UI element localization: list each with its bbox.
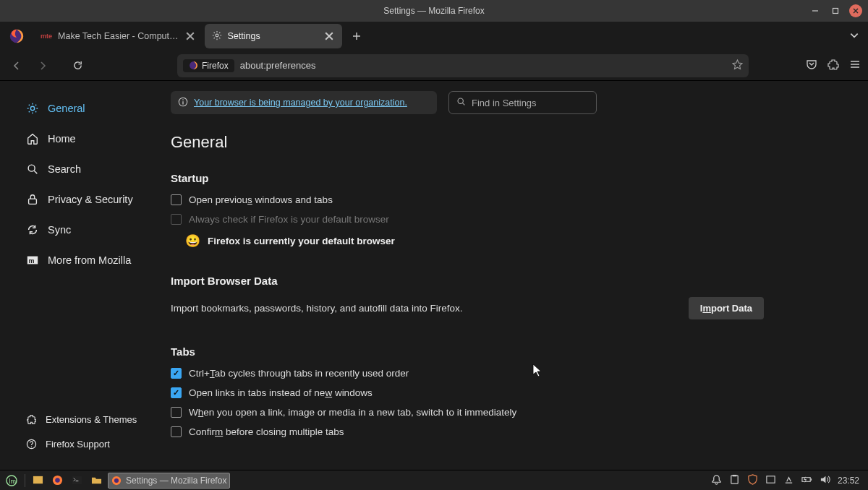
sidebar-item-more-mozilla[interactable]: m More from Mozilla: [23, 246, 153, 275]
svg-point-23: [31, 446, 32, 447]
checkbox-ctrl-tab[interactable]: Ctrl+Tab cycles through tabs in recently…: [171, 368, 851, 379]
volume-icon[interactable]: [820, 474, 830, 487]
clock[interactable]: 23:52: [838, 476, 859, 486]
settings-main: Your browser is being managed by your or…: [161, 81, 868, 470]
network-icon[interactable]: [783, 474, 794, 487]
page-title: General: [171, 133, 851, 152]
sidebar-item-support[interactable]: Firefox Support: [23, 432, 153, 455]
identity-badge[interactable]: Firefox: [183, 59, 234, 72]
tray-status-icon[interactable]: [765, 474, 776, 487]
checkbox-always-default: Always check if Firefox is your default …: [171, 214, 851, 225]
close-button[interactable]: [849, 4, 862, 17]
url-text: about:preferences: [240, 60, 316, 71]
search-placeholder: Find in Settings: [472, 98, 537, 108]
sidebar-label: Sync: [48, 224, 71, 236]
minimize-button[interactable]: [809, 4, 822, 17]
sidebar-label: Home: [48, 133, 76, 145]
svg-rect-1: [833, 9, 838, 14]
close-icon[interactable]: [323, 30, 335, 42]
battery-icon[interactable]: [801, 474, 812, 487]
checkbox-icon: [171, 407, 182, 418]
sidebar-label: Firefox Support: [46, 439, 110, 450]
gear-icon: [212, 30, 222, 43]
checkbox-switch-immediately[interactable]: When you open a link, image or media in …: [171, 407, 851, 418]
checkbox-open-previous[interactable]: Open previous windows and tabs: [171, 194, 851, 205]
svg-rect-31: [33, 476, 43, 483]
maximize-button[interactable]: [829, 4, 842, 17]
tabs-dropdown-button[interactable]: [849, 30, 859, 43]
notification-icon[interactable]: [711, 474, 722, 487]
svg-rect-38: [733, 474, 737, 476]
managed-notice-link[interactable]: Your browser is being managed by your or…: [194, 98, 407, 108]
firefox-launcher[interactable]: [49, 473, 66, 489]
checkbox-icon: [171, 194, 182, 205]
svg-rect-37: [731, 475, 738, 483]
site-icon: mte: [41, 33, 52, 40]
svg-point-17: [28, 165, 35, 171]
section-startup: Startup Open previous windows and tabs A…: [171, 172, 851, 249]
taskbar-firefox-window[interactable]: Settings — Mozilla Firefox: [108, 473, 230, 489]
section-heading: Startup: [171, 172, 851, 184]
svg-point-26: [182, 99, 184, 100]
tab-make-tech-easier[interactable]: mte Make Tech Easier - Comput…: [33, 24, 203, 48]
svg-text:lm: lm: [9, 478, 17, 485]
show-desktop-button[interactable]: [30, 473, 46, 489]
sidebar-label: Extensions & Themes: [46, 414, 137, 425]
tab-settings[interactable]: Settings: [205, 24, 342, 48]
search-settings-input[interactable]: Find in Settings: [448, 91, 597, 114]
svg-point-36: [114, 478, 119, 482]
svg-line-28: [463, 103, 465, 106]
terminal-launcher[interactable]: [69, 473, 85, 489]
svg-rect-19: [29, 199, 37, 204]
firefox-icon: [9, 28, 25, 44]
smile-icon: 😀: [185, 233, 200, 249]
files-launcher[interactable]: [88, 473, 105, 489]
extensions-icon[interactable]: [827, 59, 839, 72]
import-data-button[interactable]: Import Data: [689, 297, 764, 319]
reload-button[interactable]: [68, 56, 87, 75]
sidebar-item-privacy[interactable]: Privacy & Security: [23, 185, 153, 214]
checkbox-icon: [171, 426, 182, 437]
start-menu-button[interactable]: lm: [3, 473, 20, 489]
checkbox-open-links-tabs[interactable]: Open links in tabs instead of new window…: [171, 387, 851, 398]
menu-icon[interactable]: [849, 59, 861, 72]
tab-label: Make Tech Easier - Comput…: [58, 31, 179, 41]
settings-content: General Home Search Privacy & Security S…: [0, 81, 868, 470]
section-heading: Tabs: [171, 345, 851, 358]
import-description: Import bookmarks, passwords, history, an…: [171, 303, 462, 314]
back-button[interactable]: [7, 56, 26, 75]
svg-point-27: [458, 98, 463, 103]
sidebar-item-sync[interactable]: Sync: [23, 215, 153, 244]
svg-point-33: [55, 478, 60, 483]
tab-label: Settings: [228, 31, 260, 41]
forward-button[interactable]: [33, 56, 52, 75]
bookmark-star-icon[interactable]: [732, 59, 743, 72]
tab-strip: mte Make Tech Easier - Comput… Settings: [0, 22, 868, 51]
shield-icon[interactable]: [747, 474, 758, 487]
new-tab-button[interactable]: [346, 26, 367, 46]
pocket-icon[interactable]: [806, 59, 817, 72]
default-browser-status: 😀 Firefox is currently your default brow…: [185, 233, 851, 249]
divider: [25, 474, 25, 487]
close-icon[interactable]: [184, 30, 196, 42]
sidebar-item-search[interactable]: Search: [23, 155, 153, 184]
system-tray: 23:52: [711, 474, 865, 487]
sidebar-item-extensions[interactable]: Extensions & Themes: [23, 408, 153, 431]
sidebar-item-home[interactable]: Home: [23, 124, 153, 153]
section-import: Import Browser Data Import bookmarks, pa…: [171, 275, 851, 319]
svg-rect-39: [767, 476, 775, 482]
svg-rect-41: [811, 478, 812, 481]
sidebar-label: General: [48, 103, 85, 114]
navigation-toolbar: Firefox about:preferences: [0, 51, 868, 81]
url-bar[interactable]: Firefox about:preferences: [177, 54, 749, 77]
section-heading: Import Browser Data: [171, 275, 851, 287]
svg-point-7: [216, 34, 218, 37]
sidebar-item-general[interactable]: General: [23, 94, 153, 123]
search-icon: [456, 97, 466, 108]
section-tabs: Tabs Ctrl+Tab cycles through tabs in rec…: [171, 345, 851, 437]
svg-text:m: m: [29, 257, 35, 265]
clipboard-icon[interactable]: [729, 474, 740, 487]
managed-notice: Your browser is being managed by your or…: [171, 91, 437, 114]
toolbar-right-icons: [806, 59, 861, 72]
checkbox-confirm-close[interactable]: Confirm before closing multiple tabs: [171, 426, 851, 437]
